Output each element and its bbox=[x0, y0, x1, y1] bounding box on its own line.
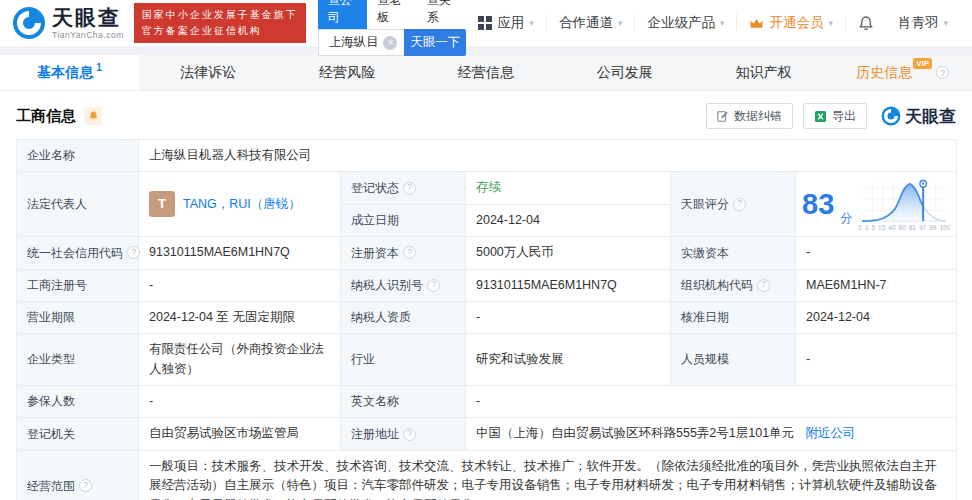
top-header: 天眼查 TianYanCha.com 国家中小企业发展子基金旗下 官方备案企业征… bbox=[0, 0, 972, 46]
vip-badge: VIP bbox=[913, 58, 932, 69]
reg-status-value: 存续 bbox=[476, 180, 501, 194]
org-code-label: 组织机构代码 bbox=[681, 276, 753, 295]
help-icon[interactable]: ? bbox=[757, 279, 770, 292]
chevron-down-icon: ▾ bbox=[828, 18, 833, 28]
reg-number-value: - bbox=[139, 269, 341, 301]
table-row: 登记机关 自由贸易试验区市场监管局 注册地址 ? 中国（上海）自由贸易试验区环科… bbox=[17, 418, 957, 450]
legal-rep-link[interactable]: TANG，RUI（唐锐） bbox=[183, 195, 301, 214]
section-title: 工商信息 bbox=[16, 107, 76, 126]
grid-icon bbox=[478, 16, 492, 30]
approval-date-value: 2024-12-04 bbox=[796, 301, 957, 333]
legal-rep-cell: T TANG，RUI（唐锐） bbox=[139, 172, 341, 237]
table-row: 法定代表人 T TANG，RUI（唐锐） 登记状态 ? 存续 天 bbox=[17, 172, 957, 204]
taxpayer-id-value: 91310115MAE6M1HN7Q bbox=[466, 269, 671, 301]
org-code-value: MAE6M1HN-7 bbox=[796, 269, 957, 301]
search-tab-relation[interactable]: 查关系 bbox=[417, 0, 467, 29]
reg-status-label: 登记状态 bbox=[351, 179, 399, 198]
tab-legal-proceedings[interactable]: 法律诉讼 bbox=[139, 55, 278, 90]
score-value: 83 bbox=[802, 190, 834, 219]
reg-address-value: 中国（上海）自由贸易试验区环科路555弄2号1层101单元 bbox=[476, 426, 794, 440]
table-row: 企业类型 有限责任公司（外商投资企业法人独资） 行业 研究和试验发展 人员规模 … bbox=[17, 334, 957, 386]
business-info-table: 企业名称 上海纵目机器人科技有限公司 法定代表人 T TANG，RUI（唐锐） … bbox=[16, 139, 957, 500]
reg-address-label-cell: 注册地址 ? bbox=[341, 418, 466, 450]
credit-code-value: 91310115MAE6M1HN7Q bbox=[139, 237, 341, 269]
approval-date-label: 核准日期 bbox=[671, 301, 796, 333]
taxpayer-quality-label: 纳税人资质 bbox=[341, 301, 466, 333]
nav-enterprise-label: 企业级产品 bbox=[647, 14, 715, 32]
tab-company-development[interactable]: 公司发展 bbox=[555, 55, 694, 90]
bell-icon bbox=[88, 110, 99, 122]
tab-history-info[interactable]: 历史信息 VIP ? bbox=[833, 55, 972, 90]
english-name-label: 英文名称 bbox=[341, 386, 466, 418]
data-correction-label: 数据纠错 bbox=[734, 108, 782, 125]
company-type-value: 有限责任公司（外商投资企业法人独资） bbox=[139, 334, 341, 386]
export-button[interactable]: 导出 bbox=[803, 103, 867, 129]
nav-apps[interactable]: 应用 ▾ bbox=[466, 14, 546, 32]
nav-user[interactable]: 肖青羽 ▾ bbox=[886, 14, 960, 32]
search-tab-company[interactable]: 查公司 bbox=[318, 0, 368, 29]
table-row: 工商注册号 - 纳税人识别号 ? 91310115MAE6M1HN7Q 组织机构… bbox=[17, 269, 957, 301]
table-row: 营业期限 2024-12-04 至 无固定期限 纳税人资质 - 核准日期 202… bbox=[17, 301, 957, 333]
score-distribution-chart: 01 515 4060 8197 99100 bbox=[858, 178, 950, 232]
table-row: 经营范围 ? 一般项目：技术服务、技术开发、技术咨询、技术交流、技术转让、技术推… bbox=[17, 450, 957, 500]
nav-partner[interactable]: 合作通道 ▾ bbox=[546, 14, 635, 32]
company-name-value: 上海纵目机器人科技有限公司 bbox=[139, 140, 957, 172]
tab-label: 公司发展 bbox=[597, 64, 653, 82]
search-tab-boss[interactable]: 查老板 bbox=[367, 0, 417, 29]
help-icon[interactable]: ? bbox=[403, 182, 416, 195]
logo-swirl-icon bbox=[12, 6, 46, 40]
top-nav: 应用 ▾ 合作通道 ▾ 企业级产品 ▾ 开通会员 ▾ bbox=[466, 14, 960, 32]
business-scope-value: 一般项目：技术服务、技术开发、技术咨询、技术交流、技术转让、技术推广；软件开发。… bbox=[139, 450, 957, 500]
nav-vip[interactable]: 开通会员 ▾ bbox=[736, 14, 845, 32]
help-icon[interactable]: ? bbox=[427, 279, 440, 292]
section-tabbar: 基本信息 1 法律诉讼 经营风险 经营信息 公司发展 知识产权 历史信息 VIP… bbox=[0, 55, 972, 91]
tab-intellectual-property[interactable]: 知识产权 bbox=[694, 55, 833, 90]
page: 天眼查 TianYanCha.com 国家中小企业发展子基金旗下 官方备案企业征… bbox=[0, 0, 972, 500]
help-icon[interactable]: ? bbox=[403, 246, 416, 259]
brand-name: 天眼查 bbox=[52, 7, 124, 28]
business-scope-label: 经营范围 bbox=[27, 477, 75, 496]
reg-capital-label-cell: 注册资本 ? bbox=[341, 237, 466, 269]
reg-number-label: 工商注册号 bbox=[17, 269, 139, 301]
nav-vip-label: 开通会员 bbox=[769, 14, 823, 32]
search-button[interactable]: 天眼一下 bbox=[404, 29, 466, 56]
nav-partner-label: 合作通道 bbox=[559, 14, 613, 32]
certification-line2: 官方备案企业征信机构 bbox=[142, 23, 298, 39]
watermark-text: 天眼查 bbox=[905, 105, 956, 128]
help-icon[interactable]: ? bbox=[403, 428, 416, 441]
chevron-down-icon: ▾ bbox=[618, 18, 623, 28]
nav-enterprise[interactable]: 企业级产品 ▾ bbox=[634, 14, 736, 32]
help-icon[interactable]: ? bbox=[936, 66, 949, 79]
nav-apps-label: 应用 bbox=[497, 14, 524, 32]
certification-line1: 国家中小企业发展子基金旗下 bbox=[142, 7, 298, 23]
tab-basic-info[interactable]: 基本信息 1 bbox=[0, 55, 139, 90]
search-block: 查公司 查老板 查关系 × 天眼一下 bbox=[318, 0, 467, 56]
bell-curve-chart bbox=[858, 178, 950, 224]
reg-capital-label: 注册资本 bbox=[351, 244, 399, 263]
edit-icon bbox=[717, 110, 729, 122]
nav-user-label: 肖青羽 bbox=[898, 14, 939, 32]
help-icon[interactable]: ? bbox=[733, 198, 746, 211]
reg-authority-label: 登记机关 bbox=[17, 418, 139, 450]
notification-bell[interactable] bbox=[845, 16, 886, 31]
credit-code-label: 统一社会信用代码 bbox=[27, 244, 123, 263]
nearby-companies-link[interactable]: 附近公司 bbox=[806, 426, 856, 440]
reg-authority-value: 自由贸易试验区市场监管局 bbox=[139, 418, 341, 450]
subscribe-bell-badge[interactable] bbox=[84, 107, 102, 125]
company-name-label: 企业名称 bbox=[17, 140, 139, 172]
clear-icon[interactable]: × bbox=[383, 36, 397, 50]
brand-domain: TianYanCha.com bbox=[52, 30, 124, 40]
tab-business-info[interactable]: 经营信息 bbox=[417, 55, 556, 90]
credit-code-label-cell: 统一社会信用代码 ? bbox=[17, 237, 139, 269]
help-icon[interactable]: ? bbox=[79, 479, 92, 492]
chart-axis-ticks: 01 515 4060 8197 99100 bbox=[858, 225, 950, 232]
tab-operating-risk[interactable]: 经营风险 bbox=[278, 55, 417, 90]
industry-value: 研究和试验发展 bbox=[466, 334, 671, 386]
legal-rep-avatar[interactable]: T bbox=[149, 191, 175, 217]
tianyancha-logo[interactable]: 天眼查 TianYanCha.com bbox=[12, 6, 124, 40]
data-correction-button[interactable]: 数据纠错 bbox=[706, 103, 793, 129]
tab-count-badge: 1 bbox=[96, 62, 102, 73]
establish-date-label: 成立日期 bbox=[341, 204, 466, 236]
search-tabs: 查公司 查老板 查关系 bbox=[318, 0, 467, 29]
taxpayer-quality-value: - bbox=[466, 301, 671, 333]
